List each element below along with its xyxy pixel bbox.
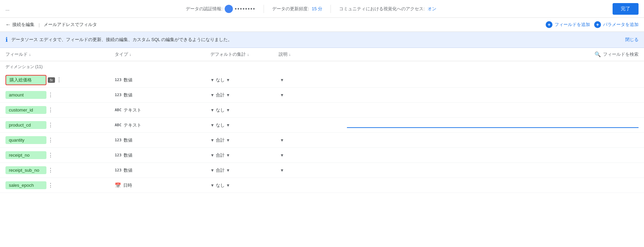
field-cell: sales_epoch⋮	[5, 181, 115, 189]
aggregation-value: なし	[216, 107, 225, 113]
sub-toolbar-left: ← 接続を編集 | メールアドレスでフィルタ	[5, 22, 542, 28]
more-options-button[interactable]: ⋮	[48, 152, 53, 158]
description-dropdown-arrow[interactable]: ▼	[280, 93, 284, 98]
sort-arrow-field[interactable]: ↓	[29, 52, 31, 56]
aggregation-dropdown-arrow[interactable]: ▼	[226, 153, 230, 158]
agg-type-dropdown-arrow[interactable]: ▼	[210, 153, 214, 158]
description-dropdown-arrow[interactable]: ▼	[280, 138, 284, 143]
top-bar-right: 完了	[613, 3, 639, 15]
fx-button[interactable]: fx	[48, 77, 55, 83]
aggregation-dropdown-arrow[interactable]: ▼	[226, 168, 230, 173]
sub-toolbar-right: + フィールドを追加 + パラメータを追加	[546, 21, 639, 28]
field-name-pill[interactable]: amount	[5, 91, 46, 99]
data-credential-label: データの認証情報:	[186, 6, 223, 12]
back-button[interactable]: ← 接続を編集	[5, 22, 34, 28]
aggregation-dropdown-arrow[interactable]: ▼	[226, 108, 230, 113]
field-name-pill[interactable]: customer_id	[5, 106, 46, 114]
more-options-button[interactable]: ⋮	[48, 92, 53, 98]
calendar-icon: 📅	[115, 182, 121, 188]
description-dropdown-arrow[interactable]: ▼	[280, 168, 284, 173]
aggregation-cell: ▼なし▼	[210, 182, 279, 188]
complete-button[interactable]: 完了	[613, 3, 639, 15]
type-cell: 123数値	[115, 92, 210, 98]
description-cell: ▼	[279, 138, 347, 143]
agg-type-dropdown-arrow[interactable]: ▼	[210, 108, 214, 113]
search-placeholder[interactable]: フィールドを検索	[603, 51, 639, 57]
header-description-label: 説明	[279, 51, 288, 57]
field-cell: amount⋮	[5, 91, 115, 99]
field-name-pill[interactable]: receipt_sub_no	[5, 166, 46, 174]
header-aggregation-label: デフォルトの集計	[210, 51, 246, 57]
sort-arrow-agg[interactable]: ↓	[247, 52, 249, 56]
field-name-pill[interactable]: quantity	[5, 136, 46, 144]
type-cell: 📅日時	[115, 182, 210, 188]
agg-type-dropdown-arrow[interactable]: ▼	[210, 168, 214, 173]
toolbar-separator: |	[39, 22, 40, 27]
agg-type-dropdown-arrow[interactable]: ▼	[210, 138, 214, 143]
type-badge: ABC	[115, 108, 122, 112]
aggregation-dropdown-arrow[interactable]: ▼	[226, 138, 230, 143]
more-options-button[interactable]: ⋮	[48, 137, 53, 143]
app-title-area: ...	[5, 6, 10, 12]
add-field-label: フィールドを追加	[555, 22, 590, 28]
sort-arrow-type[interactable]: ↓	[129, 52, 131, 56]
aggregation-dropdown-arrow[interactable]: ▼	[226, 123, 230, 128]
type-label: 数値	[124, 92, 132, 98]
description-cell: ▼	[279, 93, 347, 98]
access-value[interactable]: オン	[428, 6, 436, 12]
field-name-pill[interactable]: 購入総価格	[5, 75, 46, 85]
sort-arrow-desc[interactable]: ↓	[289, 52, 291, 56]
search-header: 🔍 フィールドを検索	[347, 51, 639, 57]
table-row: quantity⋮123数値▼合計▼▼	[0, 133, 644, 148]
type-cell: 123数値	[115, 77, 210, 83]
header-type: タイプ ↓	[115, 51, 210, 57]
agg-type-dropdown-arrow[interactable]: ▼	[210, 123, 214, 128]
add-field-button[interactable]: + フィールドを追加	[546, 21, 590, 28]
aggregation-dropdown-arrow[interactable]: ▼	[226, 183, 230, 188]
more-options-button[interactable]: ⋮	[56, 77, 62, 83]
refresh-label: データの更新頻度:	[272, 6, 309, 12]
add-param-button[interactable]: + パラメータを追加	[594, 21, 639, 28]
inline-edit-input[interactable]	[347, 122, 639, 128]
credential-dots: ••••••••	[235, 6, 256, 12]
agg-type-dropdown-arrow[interactable]: ▼	[210, 183, 214, 188]
agg-type-dropdown-arrow[interactable]: ▼	[210, 78, 214, 82]
agg-type-dropdown-arrow[interactable]: ▼	[210, 93, 214, 98]
description-dropdown-arrow[interactable]: ▼	[280, 78, 284, 82]
type-label: 日時	[123, 182, 132, 188]
table-row: receipt_no⋮123数値▼合計▼▼	[0, 148, 644, 163]
more-options-button[interactable]: ⋮	[48, 182, 53, 188]
filter-link[interactable]: メールアドレスでフィルタ	[44, 22, 97, 28]
aggregation-cell: ▼合計▼	[210, 167, 279, 173]
aggregation-value: 合計	[216, 167, 225, 173]
more-options-button[interactable]: ⋮	[48, 107, 53, 113]
plus-icon-field: +	[546, 21, 552, 28]
search-icon: 🔍	[594, 51, 601, 57]
rows-container: 購入総価格fx⋮123数値▼なし▼▼amount⋮123数値▼合計▼▼custo…	[0, 73, 644, 193]
type-badge: 123	[115, 138, 122, 142]
top-bar: ... データの認証情報: •••••••• データの更新頻度: 15 分 コミ…	[0, 0, 644, 18]
aggregation-cell: ▼合計▼	[210, 152, 279, 158]
field-name-pill[interactable]: product_cd	[5, 121, 46, 129]
type-cell: ABCテキスト	[115, 122, 210, 128]
aggregation-value: 合計	[216, 152, 225, 158]
description-dropdown-arrow[interactable]: ▼	[280, 153, 284, 158]
type-label: テキスト	[124, 122, 141, 128]
close-banner-button[interactable]: 閉じる	[625, 37, 639, 43]
refresh-value[interactable]: 15 分	[312, 6, 322, 12]
banner-text: データソース エディタで、フィールドの更新、接続の編集、カスタム SQL の編集…	[11, 37, 622, 43]
field-name-pill[interactable]: sales_epoch	[5, 181, 46, 189]
type-badge: 123	[115, 93, 122, 97]
more-options-button[interactable]: ⋮	[48, 167, 53, 173]
aggregation-dropdown-arrow[interactable]: ▼	[226, 78, 230, 82]
description-cell: ▼	[279, 78, 347, 82]
header-field-label: フィールド	[5, 51, 28, 57]
top-bar-center: データの認証情報: •••••••• データの更新頻度: 15 分 コミュニティ…	[18, 5, 604, 13]
field-name-pill[interactable]: receipt_no	[5, 151, 46, 159]
aggregation-cell: ▼なし▼	[210, 77, 279, 83]
description-cell: ▼	[279, 153, 347, 158]
aggregation-cell: ▼合計▼	[210, 92, 279, 98]
more-options-button[interactable]: ⋮	[48, 122, 53, 128]
aggregation-dropdown-arrow[interactable]: ▼	[226, 93, 230, 98]
header-description: 説明 ↓	[279, 51, 347, 57]
